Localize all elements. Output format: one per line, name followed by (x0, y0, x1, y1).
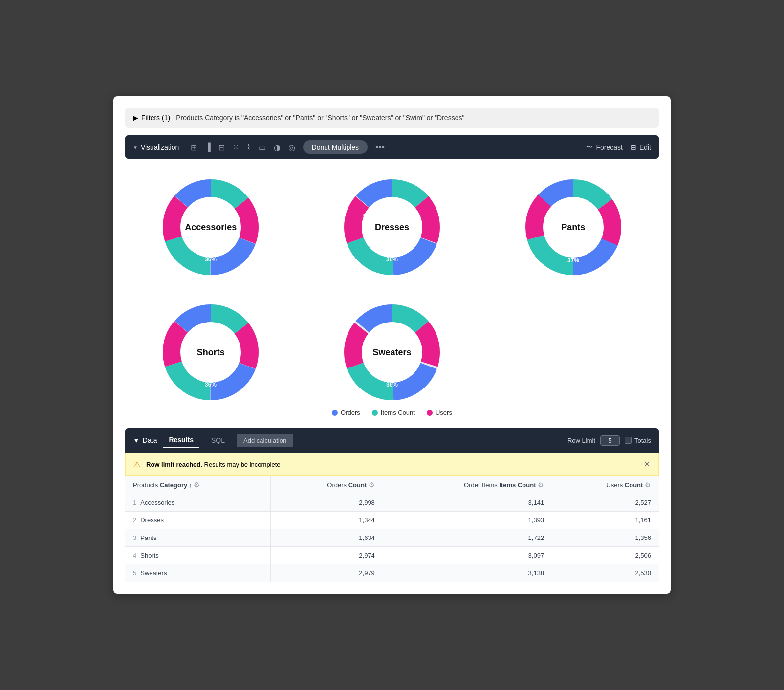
table-row: 3Pants 1,634 1,722 1,356 (125, 529, 659, 547)
donut-shorts-chart: 35% 36% 29% Shorts (162, 303, 260, 401)
charts-grid: 35% 36% 29% Accessories 34% (125, 171, 659, 409)
legend-items-count-label: Items Count (381, 409, 415, 416)
donut-empty (487, 296, 659, 409)
row-number: 4 (133, 552, 136, 559)
legend-users: Users (427, 409, 452, 416)
warning-detail: Results may be incomplete (204, 461, 281, 468)
scatter-icon[interactable]: ⁙ (231, 141, 241, 154)
forecast-button[interactable]: 〜 Forecast (586, 143, 622, 151)
warning-close-icon[interactable]: ✕ (643, 459, 651, 470)
warning-banner: ⚠ Row limit reached. Results may be inco… (125, 453, 659, 476)
forecast-icon: 〜 (586, 143, 593, 151)
data-arrow-icon: ▼ (133, 436, 140, 444)
main-card: ▶ Filters (1) Products Category is "Acce… (113, 96, 671, 594)
edit-label: Edit (639, 143, 651, 151)
row-number: 3 (133, 534, 136, 541)
chart-type-icons: ⊞ ▐ ⊟ ⁙ ⌇ ▭ ◑ ◎ (189, 141, 297, 154)
donut-pants: 35% 37% 29% Pants (487, 171, 659, 284)
cell-items-2: 1,722 (383, 529, 552, 547)
row-limit-input[interactable] (600, 435, 620, 446)
viz-toggle[interactable]: ▼ Visualization (133, 143, 179, 151)
items-gear-icon[interactable]: ⚙ (538, 481, 544, 489)
tab-sql[interactable]: SQL (205, 433, 231, 447)
filter-text: Products Category is "Accessories" or "P… (176, 114, 464, 122)
orders-gear-icon[interactable]: ⚙ (369, 481, 375, 489)
cell-category-4: 5Sweaters (125, 564, 271, 582)
viz-arrow-icon: ▼ (133, 145, 138, 150)
warning-text: Row limit reached. Results may be incomp… (146, 461, 281, 468)
warning-icon: ⚠ (133, 460, 140, 469)
totals-checkbox[interactable] (625, 437, 632, 444)
data-label[interactable]: ▼ Data (133, 436, 157, 444)
pie-icon[interactable]: ◑ (272, 141, 283, 154)
row-number: 5 (133, 569, 136, 577)
totals-label-text: Totals (634, 437, 651, 444)
add-calculation-button[interactable]: Add calculation (237, 434, 293, 447)
forecast-label: Forecast (596, 143, 622, 151)
col-header-items: Order Items Items Count ⚙ (383, 476, 552, 494)
cell-users-2: 1,356 (552, 529, 659, 547)
cell-users-3: 2,506 (552, 547, 659, 564)
table-row: 2Dresses 1,344 1,393 1,161 (125, 512, 659, 529)
svg-text:35%: 35% (590, 216, 602, 223)
donut-dresses-label: Dresses (375, 222, 409, 233)
legend-items-count: Items Count (372, 409, 415, 416)
table-row: 4Shorts 2,974 3,097 2,506 (125, 547, 659, 564)
edit-button[interactable]: ⊟ Edit (631, 143, 651, 151)
donut-shorts-label: Shorts (197, 347, 225, 358)
svg-text:36%: 36% (386, 381, 398, 388)
donut-sweaters-chart: 34% 36% 29% Sweaters (343, 303, 441, 401)
sort-icon[interactable]: ↑ (189, 482, 192, 488)
cell-items-1: 1,393 (383, 512, 552, 529)
donut-accessories-label: Accessories (185, 222, 237, 233)
cell-orders-0: 2,998 (271, 494, 383, 512)
bar-chart-icon[interactable]: ▐ (203, 141, 212, 153)
line-icon[interactable]: ⌇ (245, 141, 253, 154)
cell-items-4: 3,138 (383, 564, 552, 582)
category-gear-icon[interactable]: ⚙ (194, 481, 200, 489)
cell-orders-3: 2,974 (271, 547, 383, 564)
table-icon[interactable]: ⊞ (189, 141, 199, 154)
legend-items-count-dot (372, 410, 378, 416)
svg-text:36%: 36% (205, 381, 217, 388)
svg-text:29%: 29% (181, 341, 193, 348)
data-label-text: Data (143, 436, 157, 444)
filter-toggle-label: Filters (1) (141, 114, 170, 122)
pivot-icon[interactable]: ⊟ (217, 141, 227, 154)
svg-text:29%: 29% (544, 216, 556, 223)
chart-legend: Orders Items Count Users (125, 409, 659, 416)
filter-bar: ▶ Filters (1) Products Category is "Acce… (125, 108, 659, 128)
donut-accessories: 35% 36% 29% Accessories (125, 171, 297, 284)
cell-category-0: 1Accessories (125, 494, 271, 512)
visualization-toolbar: ▼ Visualization ⊞ ▐ ⊟ ⁙ ⌇ ▭ ◑ ◎ Donut Mu… (125, 135, 659, 159)
cell-orders-2: 1,634 (271, 529, 383, 547)
col-header-users: Users Count ⚙ (552, 476, 659, 494)
tab-results[interactable]: Results (163, 433, 199, 448)
donut-accessories-chart: 35% 36% 29% Accessories (162, 178, 260, 276)
col-header-category: Products Category ↑ ⚙ (125, 476, 271, 494)
svg-text:34%: 34% (409, 216, 421, 223)
donut-multiples-button[interactable]: Donut Multiples (303, 140, 368, 154)
cell-users-0: 2,527 (552, 494, 659, 512)
cell-category-1: 2Dresses (125, 512, 271, 529)
cell-category-3: 4Shorts (125, 547, 271, 564)
legend-users-dot (427, 410, 433, 416)
donut-dresses: 34% 36% 30% Dresses (306, 171, 478, 284)
donut-sweaters-label: Sweaters (372, 347, 411, 358)
legend-orders: Orders (332, 409, 360, 416)
data-section: ▼ Data Results SQL Add calculation Row L… (125, 428, 659, 582)
cell-items-0: 3,141 (383, 494, 552, 512)
cell-users-1: 1,161 (552, 512, 659, 529)
filter-toggle[interactable]: ▶ Filters (1) (133, 114, 170, 122)
cell-orders-1: 1,344 (271, 512, 383, 529)
donut-pants-chart: 35% 37% 29% Pants (524, 178, 622, 276)
more-options-icon[interactable]: ••• (375, 142, 385, 152)
legend-users-label: Users (436, 409, 452, 416)
row-number: 1 (133, 499, 136, 506)
charts-row-2: 35% 36% 29% Shorts 34% (125, 296, 659, 409)
map-icon[interactable]: ◎ (286, 141, 297, 154)
users-gear-icon[interactable]: ⚙ (645, 481, 651, 489)
area-icon[interactable]: ▭ (257, 141, 268, 154)
svg-text:35%: 35% (228, 341, 240, 348)
totals-option: Totals (625, 437, 651, 444)
